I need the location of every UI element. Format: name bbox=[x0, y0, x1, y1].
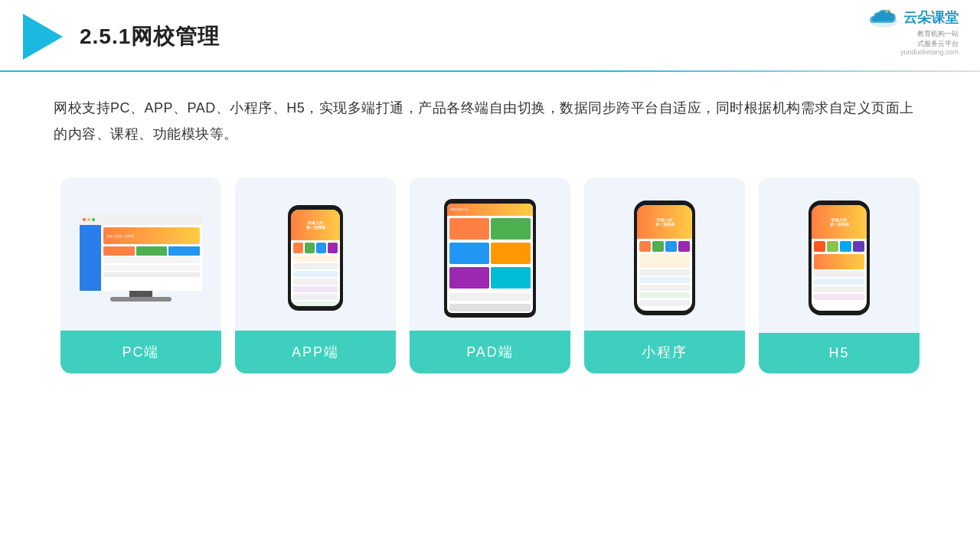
svg-point-1 bbox=[886, 11, 888, 13]
h5-card: 职途人的第一堂网课 bbox=[759, 178, 920, 373]
brand-tagline: 教育机构一站式服务云平台 bbox=[917, 29, 959, 48]
brand-url: yunduoketang.com bbox=[900, 48, 959, 56]
pad-label: PAD端 bbox=[410, 331, 570, 373]
logo-triangle-icon bbox=[23, 14, 63, 60]
device-cards-section: 职途人的第一堂网课 bbox=[0, 155, 980, 373]
pc-card: 职途人的第一堂网课 bbox=[60, 178, 221, 373]
header: 2.5.1网校管理 云朵课堂 教育机构一站式服务云平台 yunduoketang… bbox=[0, 0, 980, 60]
miniapp-label: 小程序 bbox=[584, 331, 745, 373]
cloud-icon bbox=[867, 6, 900, 29]
pc-device-mock: 职途人的第一堂网课 bbox=[80, 214, 202, 302]
tablet-device-mock: 网校课程平台 bbox=[444, 199, 536, 318]
h5-phone-mock: 职途人的第一堂网课 bbox=[808, 201, 870, 315]
pad-card: 网校课程平台 bbox=[410, 178, 570, 373]
h5-label: H5 bbox=[759, 333, 920, 373]
miniapp-image-area: 职途人的第一堂网课 bbox=[584, 178, 745, 331]
pc-label: PC端 bbox=[60, 331, 221, 373]
h5-image-area: 职途人的第一堂网课 bbox=[759, 178, 920, 331]
brand-logo: 云朵课堂 教育机构一站式服务云平台 yunduoketang.com bbox=[867, 6, 959, 56]
svg-point-2 bbox=[889, 9, 890, 11]
pad-image-area: 网校课程平台 bbox=[410, 178, 570, 331]
page-title: 2.5.1网校管理 bbox=[80, 22, 220, 51]
description-text: 网校支持PC、APP、PAD、小程序、H5，实现多端打通，产品各终端自由切换，数… bbox=[0, 72, 980, 155]
app-card: 职途人的第一堂网课 bbox=[235, 178, 396, 373]
pc-image-area: 职途人的第一堂网课 bbox=[60, 178, 221, 331]
miniapp-phone-mock: 职途人的第一堂网课 bbox=[634, 201, 695, 315]
app-image-area: 职途人的第一堂网课 bbox=[235, 178, 396, 331]
app-label: APP端 bbox=[235, 331, 396, 373]
brand-name: 云朵课堂 bbox=[903, 8, 959, 27]
phone-device-mock: 职途人的第一堂网课 bbox=[288, 205, 343, 311]
miniapp-card: 职途人的第一堂网课 bbox=[584, 178, 745, 373]
